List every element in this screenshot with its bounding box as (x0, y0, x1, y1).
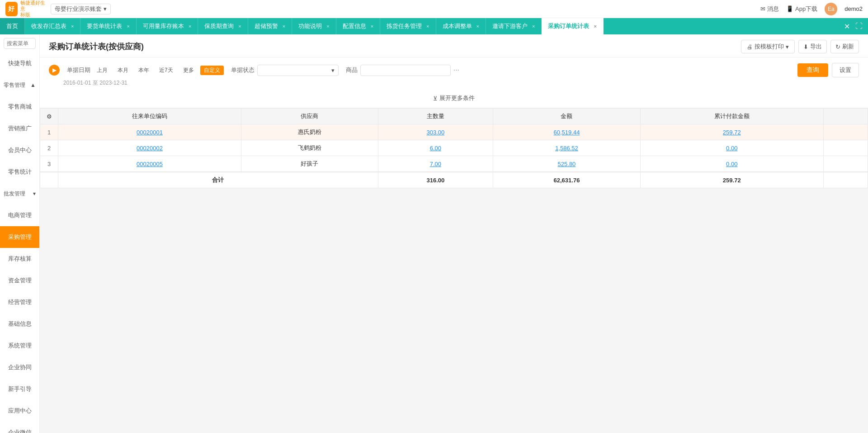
expand-more-button[interactable]: ⊻ 展开更多条件 (433, 94, 475, 102)
sidebar-item-finance[interactable]: 资金管理 (0, 270, 39, 291)
nav-tab-yaoqing[interactable]: 邀请下游客户 × (486, 18, 542, 34)
sidebar-item-basic-info[interactable]: 基础信息 (0, 313, 39, 335)
sidebar-item-enterprise[interactable]: 企业协同 (0, 357, 39, 378)
close-icon[interactable]: × (326, 24, 329, 29)
message-button[interactable]: ✉ 消息 (760, 5, 779, 13)
nav-tab-tuo[interactable]: 拣货任务管理 × (380, 18, 436, 34)
nav-tab-baozhi[interactable]: 保质期查询 × (198, 18, 248, 34)
close-icon[interactable]: × (71, 24, 74, 29)
shortcut-this-year[interactable]: 本年 (135, 66, 153, 75)
row-paid[interactable]: 259.72 (640, 124, 823, 140)
col-qty: 主数量 (378, 109, 493, 124)
sidebar-item-ops-mgmt[interactable]: 经营管理 (0, 291, 39, 313)
avatar-text: Ea (828, 6, 835, 12)
sidebar-item-retail-stats[interactable]: 零售统计 (0, 161, 39, 183)
maximize-icon[interactable]: ⛶ (854, 20, 864, 32)
sidebar-item-marketing[interactable]: 营销推广 (0, 118, 39, 139)
nav-tab-peizhi[interactable]: 配置信息 × (336, 18, 380, 34)
col-code: 往来单位编码 (58, 109, 241, 124)
close-icon[interactable]: × (476, 24, 479, 29)
shortcut-last-month[interactable]: 上月 (93, 66, 111, 75)
tab-label: 配置信息 (343, 22, 366, 30)
close-icon[interactable]: × (127, 24, 129, 29)
search-button[interactable]: 查询 (797, 63, 828, 77)
close-icon[interactable]: × (238, 24, 241, 29)
close-icon[interactable]: × (532, 24, 535, 29)
export-button[interactable]: ⬇ 导出 (798, 40, 827, 53)
sidebar-item-app-center[interactable]: 应用中心 (0, 400, 39, 422)
row-qty[interactable]: 303.00 (378, 124, 493, 140)
nav-tab-chengben[interactable]: 成本调整单 × (436, 18, 486, 34)
sidebar-item-label: 采购管理 (8, 233, 32, 241)
tab-label: 成本调整单 (443, 22, 472, 30)
settings-icon[interactable]: ⚙ (47, 113, 52, 120)
date-label: 单据日期 (67, 66, 90, 74)
close-icon[interactable]: × (283, 24, 285, 29)
row-amount[interactable]: 1,586.52 (493, 140, 641, 156)
row-paid[interactable]: 0.00 (640, 156, 823, 172)
sidebar-item-batch-mgmt[interactable]: 批发管理 ▾ (0, 183, 39, 205)
more-options-icon[interactable]: ··· (453, 66, 459, 74)
nav-tab-keyong[interactable]: 可用量库存账本 × (137, 18, 198, 34)
row-code[interactable]: 00020002 (58, 140, 241, 156)
username[interactable]: demo2 (844, 5, 863, 12)
setting-button[interactable]: 设置 (832, 63, 859, 77)
footer-empty-1 (40, 172, 58, 188)
shortcut-this-month[interactable]: 本月 (114, 66, 132, 75)
sidebar-item-inventory[interactable]: 库存核算 (0, 248, 39, 270)
tab-label: 可用量库存账本 (143, 22, 184, 30)
nav-tab-caigou[interactable]: 采购订单统计表 × (542, 18, 603, 34)
row-amount[interactable]: 525.80 (493, 156, 641, 172)
row-seq: 3 (40, 156, 58, 172)
sidebar-item-label: 经营管理 (8, 298, 32, 306)
row-qty[interactable]: 6.00 (378, 140, 493, 156)
shortcut-custom[interactable]: 自定义 (200, 66, 224, 75)
sidebar-search[interactable] (0, 34, 39, 52)
nav-tab-home[interactable]: 首页 (0, 18, 25, 34)
refresh-button[interactable]: ↻ 刷新 (830, 40, 859, 53)
shortcut-7days[interactable]: 近7天 (156, 66, 177, 75)
sidebar-item-retail-shop[interactable]: 零售商城 (0, 96, 39, 118)
row-extra (823, 124, 868, 140)
close-icon[interactable]: × (189, 24, 191, 29)
print-button[interactable]: 🖨 按模板打印 ▾ (741, 40, 795, 53)
sidebar-item-sys-mgmt[interactable]: 系统管理 (0, 335, 39, 357)
avatar[interactable]: Ea (825, 3, 837, 15)
page-header: 采购订单统计表(按供应商) 🖨 按模板打印 ▾ ⬇ 导出 ↻ 刷新 (40, 34, 868, 57)
shortcut-more[interactable]: 更多 (179, 66, 198, 75)
close-all-icon[interactable]: ✕ (842, 20, 852, 33)
workspace-select[interactable]: 母婴行业演示账套 ▾ (51, 4, 111, 14)
sidebar-item-member[interactable]: 会员中心 (0, 139, 39, 161)
nav-tab-shoufa[interactable]: 收发存汇总表 × (25, 18, 80, 34)
nav-tab-chaochu[interactable]: 超储预警 × (248, 18, 292, 34)
goods-input[interactable] (360, 65, 451, 76)
sidebar-item-new-guide[interactable]: 新手引导 (0, 378, 39, 400)
footer-paid: 259.72 (640, 172, 823, 188)
sidebar-item-ecom-mgmt[interactable]: 电商管理 (0, 205, 39, 226)
app-download-button[interactable]: 📱 App下载 (786, 5, 817, 13)
close-icon[interactable]: × (426, 24, 429, 29)
toggle-arrow[interactable]: ▶ (49, 65, 60, 76)
sidebar-item-retail-mgmt[interactable]: 零售管理 ▲ (0, 74, 39, 96)
row-seq: 1 (40, 124, 58, 140)
row-paid[interactable]: 0.00 (640, 140, 823, 156)
close-icon[interactable]: × (594, 24, 596, 29)
row-qty[interactable]: 7.00 (378, 156, 493, 172)
row-code[interactable]: 00020001 (58, 124, 241, 140)
chevron-down-icon: ▾ (786, 43, 789, 50)
search-input[interactable] (4, 38, 36, 49)
sidebar: 快捷导航 零售管理 ▲ 零售商城 营销推广 会员中心 零售统计 批发管理 ▾ 电 (0, 34, 40, 433)
sidebar-item-label: 零售管理 ▲ (0, 81, 39, 89)
sidebar-item-shortcuts[interactable]: 快捷导航 (0, 52, 39, 74)
close-icon[interactable]: × (371, 24, 373, 29)
row-code[interactable]: 00020005 (58, 156, 241, 172)
sidebar-item-label: 快捷导航 (8, 59, 32, 67)
row-supplier: 好孩子 (241, 156, 378, 172)
nav-tab-yaohuo[interactable]: 要货单统计表 × (80, 18, 136, 34)
sidebar-item-purchase-mgmt[interactable]: 采购管理 (0, 226, 39, 248)
sidebar-item-label: 基础信息 (8, 320, 32, 328)
nav-tab-gongneng[interactable]: 功能说明 × (292, 18, 336, 34)
row-amount[interactable]: 60,519.44 (493, 124, 641, 140)
status-select[interactable]: ▾ (257, 65, 339, 76)
sidebar-item-enterprise-wechat[interactable]: 企业微信 (0, 422, 39, 433)
